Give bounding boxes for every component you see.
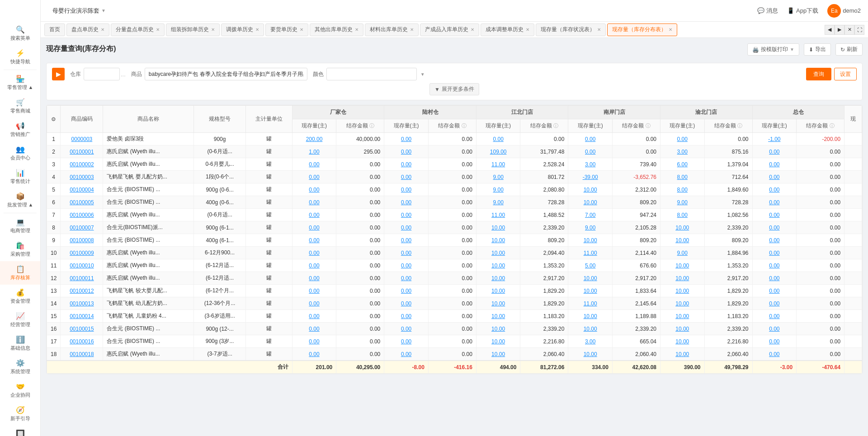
cell-factory-qty[interactable]: 0.00 <box>292 335 336 348</box>
tab-item-1[interactable]: 盘点单历史✕ <box>66 23 109 36</box>
cell-total-qty[interactable]: 0.00 <box>752 209 797 221</box>
tab-item-9[interactable]: 成本调整单历史✕ <box>481 23 534 36</box>
cell-yubei-qty[interactable]: 6.00 <box>660 158 704 171</box>
factory-amt-info[interactable]: ⓘ <box>369 123 374 128</box>
sidebar-item-7[interactable]: 📦批发管理 ▲ <box>0 188 40 212</box>
cell-yubei-qty[interactable]: 8.00 <box>660 171 704 183</box>
cell-total-qty[interactable]: 0.00 <box>752 171 797 183</box>
cell-lujia-qty[interactable]: 0.00 <box>384 158 429 171</box>
cell-nanan-qty[interactable]: -39.00 <box>568 171 613 183</box>
cell-jiangbei-qty[interactable]: 9.00 <box>476 171 520 183</box>
cell-code[interactable]: 00100014 <box>61 310 103 323</box>
yubei-amt-info[interactable]: ⓘ <box>737 123 742 128</box>
cell-factory-qty[interactable]: 0.00 <box>292 247 336 259</box>
cell-jiangbei-qty[interactable]: 10.00 <box>476 247 520 259</box>
goods-input[interactable] <box>145 68 307 80</box>
cell-yubei-qty[interactable]: 10.00 <box>660 272 704 285</box>
cell-code[interactable]: 00100001 <box>61 145 103 158</box>
tab-close-3[interactable]: ✕ <box>211 27 215 32</box>
cell-jiangbei-qty[interactable]: 9.00 <box>476 196 520 209</box>
cell-lujia-qty[interactable]: 0.00 <box>384 348 429 361</box>
cell-jiangbei-qty[interactable]: 11.00 <box>476 209 520 221</box>
cell-total-qty[interactable]: 0.00 <box>752 221 797 234</box>
cell-code[interactable]: 00100011 <box>61 272 103 285</box>
cell-factory-qty[interactable]: 0.00 <box>292 297 336 310</box>
cell-total-qty[interactable]: 0.00 <box>752 158 797 171</box>
cell-yubei-qty[interactable]: 10.00 <box>660 234 704 247</box>
cell-jiangbei-qty[interactable]: 10.00 <box>476 348 520 361</box>
tab-prev-btn[interactable]: ◀ <box>825 25 835 35</box>
cell-total-qty[interactable]: 0.00 <box>752 348 797 361</box>
cell-yubei-qty[interactable]: 10.00 <box>660 221 704 234</box>
cell-nanan-qty[interactable]: 3.00 <box>568 335 613 348</box>
cell-total-qty[interactable]: 0.00 <box>752 234 797 247</box>
cell-factory-qty[interactable]: 0.00 <box>292 323 336 335</box>
cell-nanan-qty[interactable]: 10.00 <box>568 310 613 323</box>
app-download-btn[interactable]: 📱 App下载 <box>787 7 818 15</box>
cell-jiangbei-qty[interactable]: 9.00 <box>476 183 520 196</box>
cell-jiangbei-qty[interactable]: 10.00 <box>476 221 520 234</box>
cell-code[interactable]: 00100015 <box>61 323 103 335</box>
sidebar-item-3[interactable]: 🛒零售商城 <box>0 94 40 118</box>
cell-total-qty[interactable]: 0.00 <box>752 145 797 158</box>
tab-close-6[interactable]: ✕ <box>355 27 359 32</box>
cell-yubei-qty[interactable]: 10.00 <box>660 348 704 361</box>
th-settings[interactable]: ⚙ <box>47 106 61 133</box>
filter-toggle-btn[interactable]: ▶ <box>52 68 65 80</box>
cell-nanan-qty[interactable]: 10.00 <box>568 196 613 209</box>
cell-code[interactable]: 00100003 <box>61 171 103 183</box>
cell-yubei-qty[interactable]: 9.00 <box>660 247 704 259</box>
sidebar-item-9[interactable]: 🛍️采购管理 <box>0 238 40 261</box>
cell-lujia-qty[interactable]: 0.00 <box>384 335 429 348</box>
cell-total-qty[interactable]: 0.00 <box>752 285 797 297</box>
cell-factory-qty[interactable]: 0.00 <box>292 209 336 221</box>
tab-item-8[interactable]: 产成品入库单历史✕ <box>420 23 479 36</box>
cell-factory-qty[interactable]: 0.00 <box>292 171 336 183</box>
cell-nanan-qty[interactable]: 10.00 <box>568 323 613 335</box>
cell-lujia-qty[interactable]: 0.00 <box>384 272 429 285</box>
sidebar-item-11[interactable]: 💰资金管理 <box>0 285 40 308</box>
cell-jiangbei-qty[interactable]: 10.00 <box>476 285 520 297</box>
cell-total-qty[interactable]: 0.00 <box>752 297 797 310</box>
cell-jiangbei-qty[interactable]: 11.00 <box>476 158 520 171</box>
cell-factory-qty[interactable]: 0.00 <box>292 158 336 171</box>
search-btn[interactable]: 查询 <box>806 68 831 80</box>
cell-total-qty[interactable]: -1.00 <box>752 133 797 145</box>
cell-yubei-qty[interactable]: 10.00 <box>660 335 704 348</box>
cell-lujia-qty[interactable]: 0.00 <box>384 259 429 272</box>
cell-total-qty[interactable]: 0.00 <box>752 272 797 285</box>
expand-more-btn[interactable]: ▼ 展开更多条件 <box>429 83 479 95</box>
cell-jiangbei-qty[interactable]: 10.00 <box>476 323 520 335</box>
sidebar-item-14[interactable]: ⚙️系统管理 <box>0 355 40 379</box>
cell-nanan-qty[interactable]: 10.00 <box>568 348 613 361</box>
tab-item-0[interactable]: 首页 <box>44 23 65 36</box>
tab-close-1[interactable]: ✕ <box>101 27 104 32</box>
cell-yubei-qty[interactable]: 10.00 <box>660 297 704 310</box>
cell-lujia-qty[interactable]: 0.00 <box>384 285 429 297</box>
cell-code[interactable]: 00100006 <box>61 209 103 221</box>
cell-total-qty[interactable]: 0.00 <box>752 247 797 259</box>
cell-code[interactable]: 00100012 <box>61 285 103 297</box>
cell-lujia-qty[interactable]: 0.00 <box>384 297 429 310</box>
cell-total-qty[interactable]: 0.00 <box>752 323 797 335</box>
sidebar-item-17[interactable]: 🔲应用中心 <box>0 426 40 436</box>
cell-factory-qty[interactable]: 1.00 <box>292 145 336 158</box>
cell-code[interactable]: 00100004 <box>61 183 103 196</box>
cell-nanan-qty[interactable]: 0.00 <box>568 145 613 158</box>
cell-lujia-qty[interactable]: 0.00 <box>384 133 429 145</box>
cell-factory-qty[interactable]: 0.00 <box>292 310 336 323</box>
cell-code[interactable]: 00100009 <box>61 247 103 259</box>
cell-code[interactable]: 00100002 <box>61 158 103 171</box>
tab-item-10[interactable]: 现存量（库存状况表）✕ <box>536 23 606 36</box>
cell-yubei-qty[interactable]: 0.00 <box>660 133 704 145</box>
sidebar-item-16[interactable]: 🧭新手引导 <box>0 402 40 426</box>
cell-lujia-qty[interactable]: 0.00 <box>384 310 429 323</box>
cell-lujia-qty[interactable]: 0.00 <box>384 171 429 183</box>
export-btn[interactable]: ⬇ 导出 <box>804 43 831 56</box>
sidebar-item-4[interactable]: 📢营销推广 <box>0 118 40 141</box>
cell-code[interactable]: 00100007 <box>61 221 103 234</box>
industry-selector-label[interactable]: 母婴行业演示陈套 <box>52 7 99 15</box>
tab-item-4[interactable]: 调拨单历史✕ <box>221 23 264 36</box>
cell-code[interactable]: 00100010 <box>61 259 103 272</box>
cell-nanan-qty[interactable]: 7.00 <box>568 209 613 221</box>
